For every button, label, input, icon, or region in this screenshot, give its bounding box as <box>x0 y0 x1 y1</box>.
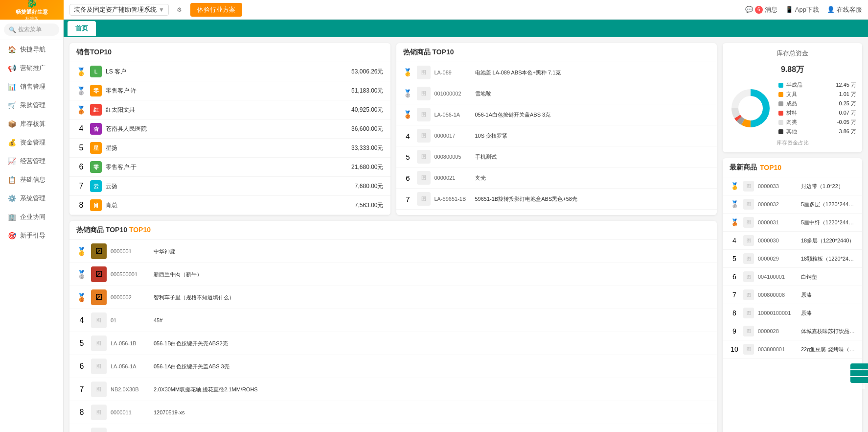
rank-num-icon: 🥈 <box>403 89 413 98</box>
product-small-thumb: 图 <box>743 199 754 210</box>
rank-medal-icon: 8 <box>76 201 86 210</box>
home-icon: 🏠 <box>8 46 16 53</box>
sidebar-item-enterprise[interactable]: 🏢 企业协同 <box>0 208 63 226</box>
hot-product-right-item: 🥉 图 LA-056-1A 056-1A白色按键开关盖ABS 3克 <box>396 104 717 125</box>
product-code: LA-089 <box>434 70 471 75</box>
new-product-item: 🥈 图 0000032 5厘多层（1220*2440） <box>723 195 862 214</box>
rank-medal-icon: 🥈 <box>76 86 86 96</box>
rank-name: 肖总 <box>106 201 351 210</box>
guide-icon: 🎯 <box>8 232 16 240</box>
new-product-item: 4 图 0000030 18多层（1220*2440） <box>723 232 862 250</box>
sidebar-item-sales[interactable]: 📊 销售管理 <box>0 77 63 96</box>
sidebar-item-label: 销售管理 <box>20 82 46 91</box>
customer-rank-item: 🥉 红 红太阳文具 40,925.00元 <box>69 100 390 120</box>
brand-title: 畅捷通好生意 <box>16 8 48 16</box>
service-icon: 👤 <box>827 6 835 13</box>
rank-avatar: L <box>90 66 102 77</box>
rank-avatar: 零 <box>90 85 102 96</box>
rank-icon: 🥈 <box>76 270 87 279</box>
product-code: 0000011 <box>111 409 150 415</box>
rank-medal-icon: 6 <box>76 163 86 171</box>
product-code: 0000017 <box>434 133 471 139</box>
sidebar-item-marketing[interactable]: 📢 营销推广 <box>0 59 63 77</box>
sidebar-item-inventory[interactable]: 📦 库存核算 <box>0 115 63 133</box>
sidebar-item-operations[interactable]: 📈 经营管理 <box>0 152 63 170</box>
rank-medal-icon: 5 <box>76 144 86 152</box>
customer-rank-item: 7 云 云扬 7,680.00元 <box>69 177 390 196</box>
product-code: 01 <box>111 317 150 323</box>
rank-value: 33,333.00元 <box>351 144 383 152</box>
basic-info-icon: 📋 <box>8 176 16 184</box>
inventory-card: 库存总资金 9.88万 <box>723 43 862 152</box>
rank-icon: 7 <box>76 385 87 394</box>
sidebar-item-label: 快捷导航 <box>20 45 46 54</box>
product-small-thumb: 图 <box>743 344 754 355</box>
product-code: 000800005 <box>434 154 471 160</box>
rank-icon: 6 <box>76 362 87 371</box>
legend-item: 文具 1.01 万 <box>778 91 856 98</box>
hot-product-item: 4 图 01 45# <box>69 309 717 332</box>
rank-value: 53,006.26元 <box>351 68 383 76</box>
float-button[interactable]: 服务社区 <box>850 370 868 376</box>
app-download-button[interactable]: 📱 App下载 <box>785 5 819 14</box>
sidebar-item-finance[interactable]: 💰 资金管理 <box>0 133 63 152</box>
online-service-button[interactable]: 👤 在线客服 <box>827 5 862 14</box>
product-small-thumb: 图 <box>743 289 754 300</box>
hot-product-right-item: 5 图 000800005 手机测试 <box>396 146 717 168</box>
hot-product-item: 🥇 🖼 0000001 中华神鹿 <box>69 240 717 263</box>
rank-name: LS 客户 <box>106 68 347 76</box>
customer-top10-card: 销售TOP10 🥇 L LS 客户 53,006.26元 🥈 零 零售客户·许 … <box>69 43 390 215</box>
legend-label: 文具 <box>786 91 797 98</box>
sidebar-item-label: 经营管理 <box>20 157 46 166</box>
message-icon: 💬 <box>745 6 753 13</box>
settings-button[interactable]: ⚙ <box>173 3 186 17</box>
system-icon: ⚙️ <box>8 194 16 202</box>
hot-product-item: 6 图 LA-056-1A 056-1A白色按键开关盖ABS 3壳 <box>69 355 717 378</box>
system-dropdown[interactable]: 装备及固定资产辅助管理系统 ▼ <box>69 4 169 16</box>
rank-avatar: 肖 <box>90 199 102 211</box>
rank-icon: 5 <box>76 339 87 348</box>
legend-value: 12.45 万 <box>836 81 856 89</box>
sidebar-item-guide[interactable]: 🎯 新手引导 <box>0 226 63 245</box>
product-code: LA-056-1A <box>434 112 471 118</box>
sidebar-item-system[interactable]: ⚙️ 系统管理 <box>0 189 63 208</box>
product-name: 18多层（1220*2440） <box>801 237 855 244</box>
product-code: 0000029 <box>758 256 797 262</box>
legend-item: 成品 0.25 万 <box>778 100 856 107</box>
legend-value: 1.01 万 <box>839 91 856 98</box>
legend-item: 肉类 -0.05 万 <box>778 119 856 126</box>
marketing-icon: 📢 <box>8 64 16 72</box>
hot-product-item: 5 图 LA-056-1B 056-1B白色按键开关壳ABS2壳 <box>69 332 717 355</box>
sidebar-item-basic-info[interactable]: 📋 基础信息 <box>0 170 63 189</box>
product-name: 12070519-xs <box>154 409 710 415</box>
legend-dot <box>778 83 783 88</box>
sidebar-item-quick-nav[interactable]: 🏠 快捷导航 <box>0 40 63 59</box>
hot-product-right-item: 🥇 图 LA-089 电池盖 LA-089 ABS本色+黑种 7.1克 <box>396 62 717 83</box>
message-button[interactable]: 💬 6 消息 <box>745 5 777 14</box>
trial-button[interactable]: 体验行业方案 <box>190 3 242 17</box>
sidebar-item-purchase[interactable]: 🛒 采购管理 <box>0 96 63 115</box>
rank-value: 51,183.00元 <box>351 87 383 95</box>
hot-product-right-item: 6 图 0000021 夹壳 <box>396 168 717 189</box>
product-name: 5厘多层（1220*2440） <box>801 201 855 208</box>
product-thumb: 🖼 <box>91 266 107 282</box>
customer-rank-item: 🥇 L LS 客户 53,006.26元 <box>69 62 390 81</box>
rank-icon: 9 <box>730 327 739 335</box>
product-name: 5厘中纤（1220*2440） <box>801 219 855 226</box>
product-code: LA-056-1A <box>111 363 150 369</box>
search-menu-input[interactable]: 🔍 搜索菜单 <box>4 24 59 36</box>
new-product-item: 9 图 0000028 体城嘉枝味苏打饮品400毫升（1*15） <box>723 322 862 340</box>
tab-home[interactable]: 首页 <box>68 21 96 36</box>
product-name: 45# <box>154 317 710 323</box>
rank-name: 苍南县人民医院 <box>106 125 347 133</box>
brand-logo: 🐉 畅捷通好生意 标准版 <box>0 0 64 20</box>
sidebar-search-container[interactable]: 🔍 搜索菜单 <box>0 20 63 40</box>
product-small-thumb: 图 <box>743 271 754 282</box>
product-thumb-placeholder: 图 <box>91 428 107 432</box>
float-button[interactable]: 直播 <box>850 377 868 383</box>
float-buttons: 客服热线服务社区直播 <box>850 363 868 383</box>
product-code: 0000021 <box>434 175 471 181</box>
product-code: 0000030 <box>758 238 797 243</box>
float-button[interactable]: 客服热线 <box>850 363 868 369</box>
new-product-item: 🥉 图 0000031 5厘中纤（1220*2440） <box>723 214 862 232</box>
